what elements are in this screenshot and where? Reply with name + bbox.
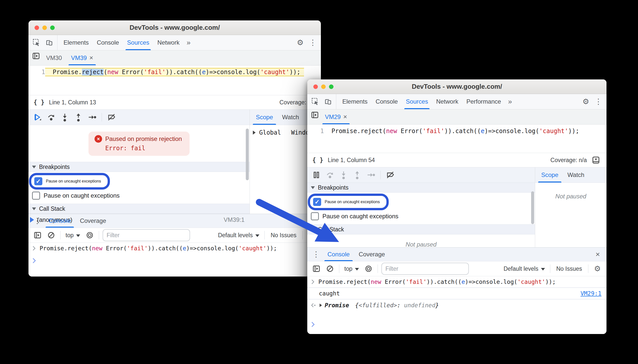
titlebar[interactable]: DevTools - www.google.com/: [307, 79, 606, 94]
settings-gear-icon[interactable]: ⚙: [580, 96, 591, 107]
pause-caught-checkbox[interactable]: [311, 212, 319, 220]
tab-watch[interactable]: Watch: [563, 167, 589, 183]
close-tab-icon[interactable]: ×: [343, 113, 347, 121]
inspect-element-icon[interactable]: [31, 37, 42, 48]
drawer-tab-console[interactable]: Console: [44, 214, 75, 228]
frame-location[interactable]: VM39:1: [224, 216, 245, 223]
drawer-tab-console[interactable]: Console: [323, 248, 354, 261]
pretty-print-icon[interactable]: { }: [312, 157, 323, 164]
code-editor[interactable]: 1 Promise.reject(new Error('fail')).catc…: [307, 127, 606, 153]
tab-network[interactable]: Network: [153, 35, 184, 50]
tab-watch[interactable]: Watch: [278, 110, 303, 125]
pause-caught-label[interactable]: Pause on caught exceptions: [44, 192, 120, 199]
tab-scope[interactable]: Scope: [537, 167, 563, 183]
dock-drawer-icon[interactable]: [590, 155, 601, 166]
deactivate-breakpoints-icon[interactable]: [106, 112, 117, 123]
deactivate-breakpoints-icon[interactable]: [385, 169, 396, 180]
tab-elements[interactable]: Elements: [338, 94, 372, 109]
filter-input[interactable]: [103, 229, 190, 241]
zoom-window-button[interactable]: [50, 25, 55, 30]
step-over-icon[interactable]: [46, 112, 57, 123]
pause-uncaught-checkbox[interactable]: ✓: [34, 177, 42, 185]
tab-console[interactable]: Console: [372, 94, 402, 109]
tab-elements[interactable]: Elements: [59, 35, 93, 50]
navigator-sidebar-toggle-icon[interactable]: [309, 109, 320, 120]
step-into-icon[interactable]: [59, 112, 70, 123]
tab-console[interactable]: Console: [93, 35, 123, 50]
source-tab-vm39[interactable]: VM39 ×: [67, 50, 98, 65]
source-tab-vm30[interactable]: VM30: [42, 50, 67, 65]
inspect-element-icon[interactable]: [310, 96, 321, 107]
console-prompt[interactable]: [307, 318, 606, 331]
toolbar-left-icons: [31, 35, 57, 50]
code-editor[interactable]: 1 Promise.reject(new Error('fail')).catc…: [28, 68, 321, 95]
step-icon[interactable]: [86, 112, 98, 123]
pause-uncaught-checkbox[interactable]: ✓: [313, 198, 321, 206]
console-sidebar-toggle-icon[interactable]: [311, 263, 322, 274]
breakpoints-section-header[interactable]: Breakpoints: [28, 162, 250, 172]
default-levels-selector[interactable]: Default levels: [502, 265, 546, 272]
kebab-menu-icon[interactable]: ⋮: [309, 248, 323, 261]
context-selector[interactable]: top: [64, 232, 82, 239]
step-into-icon[interactable]: [338, 169, 349, 180]
source-tab-vm29[interactable]: VM29 ×: [320, 109, 352, 124]
console-sidebar-toggle-icon[interactable]: [32, 230, 43, 241]
more-tabs-icon[interactable]: »: [184, 35, 194, 50]
console-toolbar: top Default levels No Issues ⚙: [307, 261, 606, 276]
scrollbar-thumb[interactable]: [246, 129, 249, 180]
source-location-link[interactable]: VM29:1: [581, 290, 601, 297]
window-title: DevTools - www.google.com/: [130, 24, 220, 32]
pause-script-icon[interactable]: [311, 169, 322, 180]
issues-counter[interactable]: No Issues: [268, 232, 299, 239]
step-icon[interactable]: [365, 169, 376, 180]
step-out-icon[interactable]: [73, 112, 84, 123]
kebab-menu-icon[interactable]: ⋮: [307, 37, 318, 48]
issues-counter[interactable]: No Issues: [554, 265, 585, 272]
close-tab-icon[interactable]: ×: [89, 54, 93, 62]
tab-performance[interactable]: Performance: [462, 94, 505, 109]
callstack-section-header[interactable]: Call Stack: [28, 204, 250, 214]
callstack-section-header[interactable]: Call Stack: [307, 224, 535, 234]
default-levels-selector[interactable]: Default levels: [217, 232, 261, 239]
context-selector[interactable]: top: [343, 265, 360, 272]
clear-console-icon[interactable]: [46, 230, 57, 241]
toolbar-left-icons: [310, 94, 336, 109]
breakpoints-section-header[interactable]: Breakpoints: [307, 183, 535, 193]
tab-sources[interactable]: Sources: [123, 35, 153, 50]
console-prompt[interactable]: [28, 254, 321, 267]
close-window-button[interactable]: [313, 84, 318, 89]
close-window-button[interactable]: [35, 25, 39, 30]
device-toolbar-icon[interactable]: [44, 37, 55, 48]
pretty-print-icon[interactable]: { }: [34, 99, 44, 106]
close-drawer-icon[interactable]: ×: [591, 248, 604, 261]
eye-icon[interactable]: [363, 263, 374, 274]
step-out-icon[interactable]: [352, 169, 363, 180]
eye-icon[interactable]: [84, 230, 95, 241]
kebab-menu-icon[interactable]: ⋮: [593, 96, 604, 107]
drawer-tab-coverage[interactable]: Coverage: [354, 248, 389, 261]
console-settings-gear-icon[interactable]: ⚙: [592, 263, 603, 274]
filter-input[interactable]: [381, 263, 469, 275]
clear-console-icon[interactable]: [324, 263, 336, 274]
tab-sources[interactable]: Sources: [402, 94, 432, 109]
zoom-window-button[interactable]: [329, 84, 333, 89]
titlebar[interactable]: DevTools - www.google.com/: [28, 20, 321, 35]
tab-network[interactable]: Network: [432, 94, 462, 109]
minimize-window-button[interactable]: [42, 25, 47, 30]
pause-uncaught-label[interactable]: Pause on uncaught exceptions: [325, 200, 380, 204]
more-tabs-icon[interactable]: »: [505, 94, 515, 109]
scrollbar-thumb[interactable]: [531, 191, 534, 224]
minimize-window-button[interactable]: [321, 84, 326, 89]
drawer-tab-coverage[interactable]: Coverage: [75, 214, 111, 228]
pause-caught-label[interactable]: Pause on caught exceptions: [322, 213, 399, 220]
step-over-icon[interactable]: [324, 169, 336, 180]
tab-scope[interactable]: Scope: [251, 110, 278, 125]
console-toolbar: top Default levels No Issues ⚙: [28, 228, 321, 243]
pause-caught-checkbox[interactable]: [32, 192, 40, 200]
pause-uncaught-label[interactable]: Pause on uncaught exceptions: [46, 179, 101, 184]
resume-script-icon[interactable]: [32, 112, 43, 123]
settings-gear-icon[interactable]: ⚙: [295, 37, 306, 48]
navigator-sidebar-toggle-icon[interactable]: [31, 50, 42, 62]
device-toolbar-icon[interactable]: [322, 96, 333, 107]
expand-triangle-icon[interactable]: [320, 304, 322, 307]
